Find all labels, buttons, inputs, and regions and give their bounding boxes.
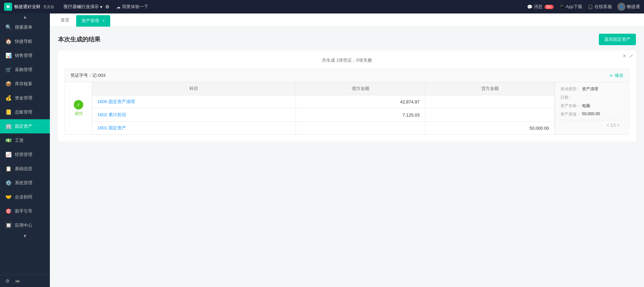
sidebar-label-general-ledger: 总账管理 — [15, 109, 32, 115]
voucher-main: ✓ 成功 科目 借方金额 贷方 — [65, 82, 555, 134]
sidebar: ▲ 🔍 搜索菜单 🏠 快捷导航 📊 销售管理 🛒 采购管理 📦 库存核算 💰 资… — [0, 13, 50, 287]
header-left: 畅 畅捷通好业财 普及版 医疗器械行业演示 ▾ ⚙ ☁ 我要体验一下 — [4, 3, 148, 11]
edit-button[interactable]: ✏ 修改 — [610, 72, 623, 78]
sidebar-label-sales: 销售管理 — [15, 53, 32, 59]
sidebar-item-general-ledger[interactable]: 📒 总账管理 — [0, 105, 50, 119]
return-button[interactable]: 返回固定资产 — [599, 34, 636, 45]
sidebar-label-finance: 资金管理 — [15, 95, 32, 101]
system-icon: ⚙️ — [5, 180, 11, 186]
page-content: 本次生成的结果 返回固定资产 ✕ ⤢ 共生成 1张凭证，0张失败 凭证字号：记-… — [50, 27, 644, 287]
fixed-assets-icon: 🏢 — [5, 123, 11, 129]
original-value-label: 资产原值： — [560, 111, 581, 117]
row3-debit — [296, 122, 425, 135]
settings-footer-icon[interactable]: ⚙ — [5, 278, 10, 284]
sidebar-label-inventory: 库存核算 — [15, 81, 32, 87]
tab-home[interactable]: 首页 — [55, 14, 75, 27]
sidebar-label-search: 搜索菜单 — [15, 24, 32, 30]
result-summary: 共生成 1张凭证，0张失败 — [65, 57, 629, 63]
company-name: 医疗器械行业演示 — [64, 4, 99, 10]
close-panel-button[interactable]: ✕ — [622, 53, 626, 59]
message-icon: 💬 — [527, 4, 532, 9]
voucher-body: ✓ 成功 科目 借方金额 贷方 — [65, 82, 629, 134]
sidebar-scroll-down[interactable]: ▼ — [0, 232, 50, 239]
sidebar-item-cooperation[interactable]: 🤝 企业协同 — [0, 190, 50, 204]
sidebar-label-app-center: 应用中心 — [15, 222, 32, 228]
row2-credit — [425, 108, 555, 122]
sidebar-label-quick-nav: 快捷导航 — [15, 38, 32, 44]
app-download-item[interactable]: 📱 App下载 — [559, 4, 582, 10]
sidebar-item-search[interactable]: 🔍 搜索菜单 — [0, 20, 50, 34]
col-credit: 贷方金额 — [425, 82, 555, 95]
message-label: 消息 — [534, 4, 543, 10]
sidebar-item-system[interactable]: ⚙️ 系统管理 — [0, 176, 50, 190]
sidebar-item-fixed-assets[interactable]: 🏢 固定资产 — [0, 119, 50, 133]
next-page-icon[interactable]: > — [617, 123, 619, 128]
page-header: 本次生成的结果 返回固定资产 — [58, 34, 636, 45]
tab-assets[interactable]: 资产管理 × — [76, 15, 110, 27]
row1-subject: 1606 固定资产清理 — [92, 95, 296, 108]
tab-home-label: 首页 — [61, 18, 69, 23]
success-label: 成功 — [74, 111, 83, 117]
sidebar-item-business[interactable]: 📈 经营管理 — [0, 148, 50, 162]
sidebar-item-finance[interactable]: 💰 资金管理 — [0, 91, 50, 105]
voucher-table-area: 科目 借方金额 贷方金额 1606 固定资产清理 42,874. — [92, 82, 555, 134]
success-icon: ✓ — [74, 100, 83, 109]
detail-change-type: 变动类型： 资产清理 — [560, 86, 623, 92]
header-right: 💬 消息 99+ 📱 App下载 🎧 在线客服 👤 畅捷通 — [527, 3, 640, 11]
expand-panel-button[interactable]: ⤢ — [629, 53, 633, 59]
business-icon: 📈 — [5, 152, 11, 158]
user-item[interactable]: 👤 畅捷通 — [617, 3, 640, 11]
experience-button[interactable]: ☁ 我要体验一下 — [116, 4, 148, 10]
change-type-value: 资产清理 — [582, 86, 598, 92]
company-selector[interactable]: 医疗器械行业演示 ▾ ⚙ — [64, 4, 110, 10]
result-panel: ✕ ⤢ 共生成 1张凭证，0张失败 凭证字号：记-003 ✏ 修改 — [58, 51, 636, 141]
app-download-label: App下载 — [566, 4, 582, 10]
top-header: 畅 畅捷通好业财 普及版 医疗器械行业演示 ▾ ⚙ ☁ 我要体验一下 💬 消息 … — [0, 0, 644, 13]
panel-controls: ✕ ⤢ — [622, 53, 633, 59]
online-service-item[interactable]: 🎧 在线客服 — [588, 4, 612, 10]
sidebar-scroll-up[interactable]: ▲ — [0, 13, 50, 20]
success-column: ✓ 成功 — [65, 82, 92, 134]
col-subject: 科目 — [92, 82, 296, 95]
collapse-icon[interactable]: ⏮ — [15, 278, 20, 284]
sales-icon: 📊 — [5, 53, 11, 59]
sidebar-item-guide[interactable]: 🎯 新手引导 — [0, 204, 50, 218]
prev-page-icon[interactable]: < — [607, 123, 609, 128]
row2-debit: 7,125.03 — [296, 108, 425, 122]
user-name: 畅捷通 — [627, 4, 640, 10]
headset-icon: 🎧 — [588, 4, 593, 9]
settings-icon[interactable]: ⚙ — [105, 4, 110, 9]
tab-close-icon[interactable]: × — [102, 19, 105, 23]
sidebar-item-basic-info[interactable]: 📋 基础信息 — [0, 162, 50, 176]
cloud-icon: ☁ — [116, 4, 121, 9]
original-value-value: 50,000.00 — [582, 111, 600, 116]
change-type-label: 变动类型： — [560, 86, 581, 92]
detail-original-value: 资产原值： 50,000.00 — [560, 111, 623, 117]
finance-icon: 💰 — [5, 95, 11, 101]
voucher-table: 科目 借方金额 贷方金额 1606 固定资产清理 42,874. — [92, 82, 555, 134]
experience-label: 我要体验一下 — [122, 4, 148, 10]
voucher-no: 凭证字号：记-003 — [70, 72, 105, 78]
message-item[interactable]: 💬 消息 99+ — [527, 4, 554, 10]
sidebar-item-purchase[interactable]: 🛒 采购管理 — [0, 63, 50, 77]
asset-name-label: 资产名称： — [560, 103, 581, 109]
sidebar-label-salary: 工资 — [15, 137, 24, 144]
sidebar-item-inventory[interactable]: 📦 库存核算 — [0, 77, 50, 91]
table-row: 1602 累计折旧 7,125.03 — [92, 108, 555, 122]
avatar: 👤 — [617, 3, 625, 11]
tab-assets-label: 资产管理 — [82, 18, 99, 23]
sidebar-item-sales[interactable]: 📊 销售管理 — [0, 49, 50, 63]
sidebar-item-salary[interactable]: 💵 工资 — [0, 133, 50, 148]
voucher-detail-panel: 变动类型： 资产清理 日期： 资产名称： 电脑 — [555, 82, 629, 134]
sidebar-item-app-center[interactable]: 🔲 应用中心 — [0, 218, 50, 232]
logo-area: 畅 畅捷通好业财 — [4, 3, 40, 11]
row1-credit — [425, 95, 555, 108]
logo-icon: 畅 — [4, 3, 12, 11]
basic-info-icon: 📋 — [5, 166, 11, 172]
col-debit: 借方金额 — [296, 82, 425, 95]
edit-icon: ✏ — [610, 73, 613, 78]
content-area: 首页 资产管理 × 本次生成的结果 返回固定资产 ✕ ⤢ 共生成 1张凭证，0张… — [50, 13, 644, 287]
app-center-icon: 🔲 — [5, 222, 11, 228]
date-label: 日期： — [560, 95, 573, 100]
sidebar-item-quick-nav[interactable]: 🏠 快捷导航 — [0, 34, 50, 49]
